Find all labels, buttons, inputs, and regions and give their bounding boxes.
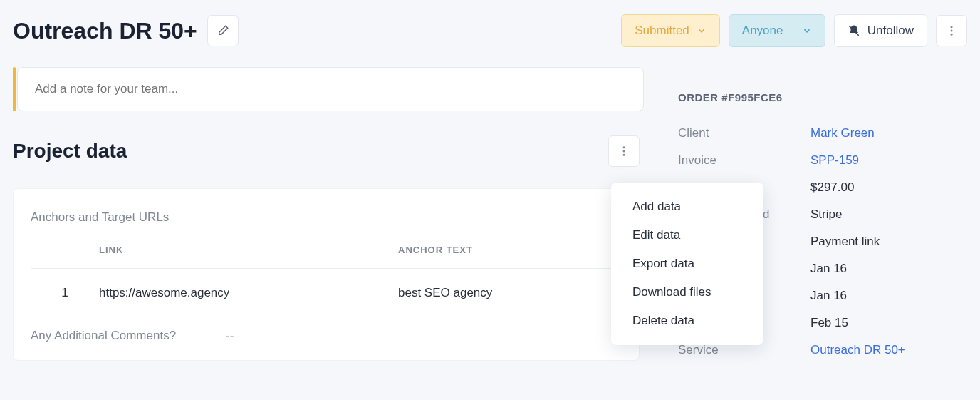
order-heading: ORDER #F995FCE6 [678,91,950,103]
bell-off-icon [848,24,860,37]
order-key-invoice: Invoice [678,153,810,168]
note-accent-bar [13,67,16,111]
edit-title-button[interactable] [207,15,239,46]
order-value-method: Stripe [810,207,842,222]
order-value-due: Feb 15 [810,316,848,330]
status-label: Submitted [635,24,689,38]
team-note-input[interactable] [17,67,644,111]
more-vertical-icon [617,145,630,158]
order-value-client[interactable]: Mark Green [810,126,875,140]
assignee-label: Anyone [742,24,783,38]
unfollow-label: Unfollow [867,24,914,38]
page-title: Outreach DR 50+ [13,18,197,44]
order-row-service: Service Outreach DR 50+ [678,343,950,357]
menu-export-data[interactable]: Export data [611,250,763,278]
page-header: Outreach DR 50+ Submitted Anyone Unfollo… [13,14,967,47]
table-title: Anchors and Target URLs [31,210,622,225]
project-data-card: Anchors and Target URLs LINK ANCHOR TEXT… [13,188,640,361]
row-index: 1 [31,286,99,300]
comments-row: Any Additional Comments? -- [31,317,622,343]
chevron-down-icon [802,26,812,36]
project-data-menu: Add data Edit data Export data Download … [611,183,763,345]
order-value-total: $297.00 [810,180,854,195]
title-group: Outreach DR 50+ [13,15,239,46]
header-more-button[interactable] [936,15,967,46]
order-value-service[interactable]: Outreach DR 50+ [810,343,905,357]
menu-delete-data[interactable]: Delete data [611,307,763,335]
order-value-date1: Jan 16 [810,262,847,276]
menu-add-data[interactable]: Add data [611,193,763,221]
order-key-client: Client [678,126,810,140]
status-dropdown[interactable]: Submitted [621,14,720,47]
order-value-invoice[interactable]: SPP-159 [810,153,859,168]
column-header-anchor: ANCHOR TEXT [398,245,622,255]
order-row-client: Client Mark Green [678,126,950,140]
project-data-title: Project data [13,140,127,163]
svg-point-5 [623,150,625,153]
assignee-dropdown[interactable]: Anyone [729,14,825,47]
project-data-header: Project data [13,135,640,167]
svg-point-2 [951,30,953,32]
order-row-invoice: Invoice SPP-159 [678,153,950,168]
order-value-paylink: Payment link [810,235,880,249]
menu-edit-data[interactable]: Edit data [611,221,763,250]
column-header-link: LINK [99,245,398,255]
comments-value: -- [226,329,234,343]
more-vertical-icon [945,24,958,37]
svg-point-1 [951,26,953,28]
project-data-more-button[interactable] [608,135,640,167]
order-value-date2: Jan 16 [810,289,847,303]
menu-download-files[interactable]: Download files [611,278,763,307]
chevron-down-icon [697,26,707,36]
unfollow-button[interactable]: Unfollow [834,14,927,47]
row-link: https://awesome.agency [99,286,398,300]
svg-point-4 [623,146,625,148]
comments-label: Any Additional Comments? [31,329,176,343]
order-key-service: Service [678,343,810,357]
note-container [13,67,640,111]
header-actions: Submitted Anyone Unfollow [621,14,967,47]
svg-point-3 [951,34,953,36]
pencil-icon [217,24,229,37]
table-header-row: LINK ANCHOR TEXT [31,245,622,269]
table-row: 1 https://awesome.agency best SEO agency [31,269,622,317]
svg-point-6 [623,154,625,156]
row-anchor: best SEO agency [398,286,622,300]
